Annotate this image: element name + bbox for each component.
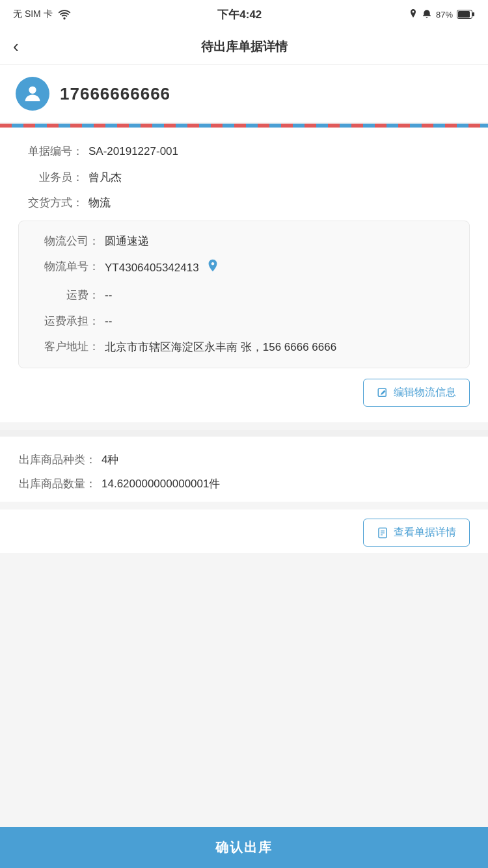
logistics-tracking-row: 物流单号： YT4306405342413 (34, 258, 454, 278)
confirm-button-label: 确认出库 (215, 839, 273, 856)
goods-quantity-row: 出库商品数量： 14.620000000000001件 (18, 476, 470, 491)
freight-bearer-label: 运费承担： (34, 313, 100, 330)
back-button[interactable]: ‹ (13, 31, 24, 62)
customer-header: 17666666666 (0, 65, 488, 122)
goods-quantity-label: 出库商品数量： (18, 476, 96, 491)
address-label: 客户地址： (34, 338, 100, 355)
freight-label: 运费： (34, 287, 100, 304)
document-icon (377, 527, 388, 539)
alarm-icon (422, 9, 432, 20)
page-title: 待出库单据详情 (201, 38, 288, 55)
page: 无 SIM 卡 下午4:42 87% ‹ 待出库单据详情 (0, 0, 488, 868)
delivery-value: 物流 (88, 195, 470, 211)
logistics-tracking-value: YT4306405342413 (105, 258, 454, 278)
goods-types-value: 4种 (102, 452, 118, 467)
logistics-company-label: 物流公司： (34, 233, 100, 250)
carrier-text: 无 SIM 卡 (13, 8, 53, 20)
confirm-button-area[interactable]: 确认出库 (0, 827, 488, 868)
logistics-company-row: 物流公司： 圆通速递 (34, 233, 454, 250)
tracking-number: YT4306405342413 (105, 260, 199, 277)
order-number-row: 单据编号： SA-20191227-001 (18, 143, 470, 160)
edit-logistics-button[interactable]: 编辑物流信息 (363, 379, 470, 407)
goods-types-row: 出库商品种类： 4种 (18, 452, 470, 467)
freight-bearer-row: 运费承担： -- (34, 313, 454, 330)
freight-row: 运费： -- (34, 287, 454, 304)
svg-point-3 (29, 87, 36, 94)
avatar (16, 77, 49, 111)
wifi-icon (58, 9, 71, 20)
address-value: 北京市市辖区海淀区永丰南 张，156 6666 6666 (105, 338, 454, 356)
map-pin-icon[interactable] (206, 258, 220, 278)
spacer (0, 553, 488, 822)
freight-value: -- (105, 287, 454, 304)
location-active-icon (409, 9, 418, 20)
svg-rect-1 (458, 11, 470, 18)
delivery-row: 交货方式： 物流 (18, 195, 470, 211)
user-icon (21, 83, 44, 105)
goods-quantity-value: 14.620000000000001件 (102, 476, 220, 491)
edit-logistics-area: 编辑物流信息 (18, 379, 470, 407)
logistics-company-value: 圆通速递 (105, 233, 454, 250)
edit-logistics-label: 编辑物流信息 (394, 386, 456, 400)
view-detail-label: 查看单据详情 (394, 526, 456, 539)
battery-text: 87% (436, 10, 453, 20)
view-detail-button[interactable]: 查看单据详情 (363, 519, 470, 547)
status-indicators: 87% (409, 9, 475, 20)
section-divider-1 (0, 430, 488, 437)
order-number-label: 单据编号： (18, 143, 83, 160)
status-carrier: 无 SIM 卡 (13, 8, 71, 20)
edit-icon (377, 387, 388, 399)
customer-phone: 17666666666 (60, 84, 170, 104)
view-detail-area: 查看单据详情 (0, 509, 488, 553)
goods-section: 出库商品种类： 4种 出库商品数量： 14.620000000000001件 (0, 437, 488, 502)
logistics-card: 物流公司： 圆通速递 物流单号： YT4306405342413 运费： -- … (18, 221, 470, 369)
address-row: 客户地址： 北京市市辖区海淀区永丰南 张，156 6666 6666 (34, 338, 454, 356)
salesman-label: 业务员： (18, 169, 83, 186)
status-time: 下午4:42 (217, 7, 262, 22)
goods-types-label: 出库商品种类： (18, 452, 96, 467)
battery-icon (457, 9, 475, 20)
order-number-value: SA-20191227-001 (88, 143, 470, 160)
svg-rect-2 (472, 12, 474, 16)
nav-bar: ‹ 待出库单据详情 (0, 29, 488, 65)
salesman-row: 业务员： 曾凡杰 (18, 169, 470, 186)
order-info-section: 单据编号： SA-20191227-001 业务员： 曾凡杰 交货方式： 物流 … (0, 128, 488, 422)
status-bar: 无 SIM 卡 下午4:42 87% (0, 0, 488, 29)
delivery-label: 交货方式： (18, 195, 83, 211)
freight-bearer-value: -- (105, 313, 454, 330)
salesman-value: 曾凡杰 (88, 169, 470, 186)
logistics-tracking-label: 物流单号： (34, 258, 100, 275)
